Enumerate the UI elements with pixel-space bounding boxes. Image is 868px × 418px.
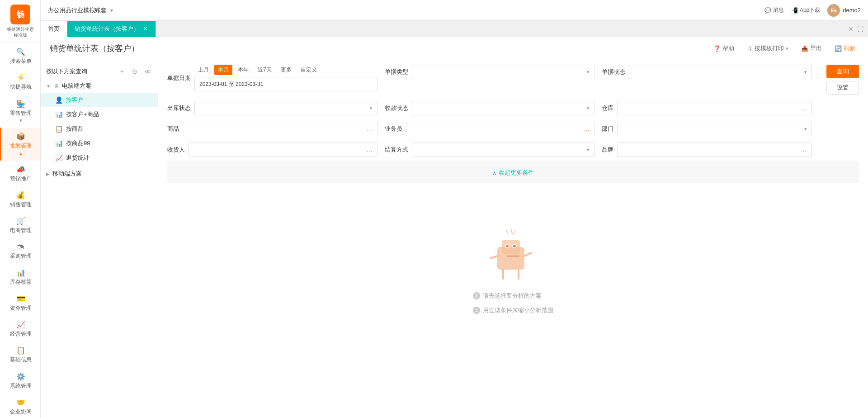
scheme-group-mobile-header[interactable]: ▶ 移动端方案 (41, 167, 158, 180)
customer-goods-icon: 📊 (55, 111, 63, 118)
print-dropdown-icon[interactable]: ▾ (786, 46, 788, 52)
salesperson-select[interactable]: … (406, 122, 595, 136)
sidebar-item-finance[interactable]: 💳 资金管理 (0, 290, 40, 316)
salesperson-label: 业务员 (385, 125, 402, 133)
order-type-select[interactable]: ▾ (412, 65, 595, 79)
sidebar-item-purchase[interactable]: 🛍 采购管理 (0, 238, 40, 264)
tab-close-window-icon[interactable]: ✕ (848, 25, 854, 33)
scheme-header: 按以下方案查询 ＋ ⊙ ≪ (41, 64, 158, 79)
marketing-icon: 📣 (16, 165, 25, 174)
brand-dots: … (801, 146, 807, 153)
scheme-item-by-customer[interactable]: 👤 按客户 (41, 93, 158, 107)
receiver-select[interactable]: … (189, 142, 377, 157)
scheme-add-button[interactable]: ＋ (117, 66, 127, 76)
sidebar-item-ops[interactable]: 📈 经营管理 (0, 316, 40, 342)
scheme-group-desktop-header[interactable]: ▼ 🖥 电脑端方案 (41, 79, 158, 93)
logo-text: 畅捷通好生意 标准版 (7, 26, 34, 38)
sidebar-item-corp[interactable]: 🤝 企业协同 (0, 394, 40, 418)
desktop-group-arrow: ▼ (46, 84, 51, 89)
department-label: 部门 (602, 125, 613, 133)
sidebar-item-search[interactable]: 🔍 搜索菜单 (0, 43, 40, 69)
account-title: 办公用品行业模拟账套 (48, 6, 107, 14)
sidebar-item-basic[interactable]: 📋 基础信息 (0, 342, 40, 367)
goods99-icon: 📊 (55, 140, 63, 147)
message-button[interactable]: 💬 消息 (764, 6, 784, 14)
receipt-status-caret: ▾ (587, 105, 590, 111)
scheme-collapse-icon[interactable]: ≪ (142, 66, 152, 76)
customer-scheme-icon: 👤 (55, 96, 63, 104)
sidebar-item-wholesale[interactable]: 📦 批发管理 ▲ (0, 128, 40, 160)
goods-filter-item: 商品 … (167, 122, 377, 136)
tab-close-icon[interactable]: ✕ (142, 26, 148, 32)
collapse-button[interactable]: ∧ 收起更多条件 (167, 165, 859, 180)
order-status-select[interactable]: ▾ (629, 65, 812, 79)
user-area[interactable]: Ea demo2 (827, 4, 861, 17)
goods-dots: … (366, 125, 373, 133)
tab-sales-stat[interactable]: 销货单统计表（按客户） ✕ (67, 21, 156, 37)
date-pill-last-month[interactable]: 上月 (194, 65, 212, 75)
goods-select[interactable]: … (183, 122, 377, 136)
goods-label: 商品 (167, 125, 179, 133)
scheme-group-desktop: ▼ 🖥 电脑端方案 👤 按客户 📊 按客户+商品 📋 按商品 (41, 79, 158, 165)
app-download-button[interactable]: 📲 App下载 (791, 6, 820, 14)
help-button[interactable]: ❓ 帮助 (710, 43, 738, 54)
page-title: 销货单统计表（按客户） (50, 43, 139, 54)
export-button[interactable]: 📤 导出 (797, 43, 826, 54)
download-icon: 📲 (791, 7, 798, 14)
right-panel: 单据日期 上月 本月 本年 近7天 更多 自定义 20 (158, 59, 868, 416)
scheme-settings-icon[interactable]: ⊙ (130, 66, 140, 76)
scheme-item-by-goods[interactable]: 📋 按商品 (41, 122, 158, 136)
wholesale-arrow: ▲ (19, 151, 23, 156)
sidebar-item-sales[interactable]: 💰 销售管理 (0, 186, 40, 212)
warehouse-select[interactable]: … (617, 101, 812, 115)
out-status-label: 出库状态 (167, 104, 191, 112)
receiver-label: 收货人 (167, 146, 185, 154)
tab-home[interactable]: 首页 (41, 21, 67, 37)
date-pill-this-month[interactable]: 本月 (214, 65, 232, 75)
scheme-group-mobile: ▶ 移动端方案 (41, 167, 158, 180)
scheme-item-return-stat[interactable]: 📈 退货统计 (41, 151, 158, 165)
sidebar-item-inventory[interactable]: 📊 库存核算 (0, 264, 40, 290)
tab-expand-icon[interactable]: ⛶ (857, 25, 863, 33)
sidebar-item-retail[interactable]: 🏪 零售管理 ▼ (0, 95, 40, 128)
date-pill-7days[interactable]: 近7天 (254, 65, 275, 75)
svg-line-11 (511, 229, 512, 233)
warehouse-label: 仓库 (602, 104, 613, 112)
date-pill-custom[interactable]: 自定义 (297, 65, 321, 75)
svg-point-4 (506, 245, 509, 247)
sidebar-item-system[interactable]: ⚙️ 系统管理 (0, 368, 40, 394)
scheme-panel-title: 按以下方案查询 (46, 67, 87, 76)
account-dropdown-icon[interactable]: ▾ (110, 7, 113, 14)
refresh-button[interactable]: 🔄 刷新 (831, 43, 859, 54)
print-button[interactable]: 🖨 按模板打印 ▾ (743, 43, 792, 54)
empty-state: ① 请先选择要分析的方案 ② 用过滤条件来缩小分析范围 (167, 190, 859, 352)
date-pill-this-year[interactable]: 本年 (234, 65, 252, 75)
settlement-filter-item: 结算方式 ▾ (385, 142, 595, 157)
brand-select[interactable]: … (617, 142, 812, 157)
sidebar-item-ecommerce[interactable]: 🛒 电商管理 (0, 212, 40, 238)
date-pill-more[interactable]: 更多 (277, 65, 295, 75)
query-button[interactable]: 查询 (826, 65, 859, 78)
settlement-select[interactable]: ▾ (412, 142, 595, 157)
system-icon: ⚙️ (16, 372, 25, 381)
sidebar: 畅 畅捷通好生意 标准版 🔍 搜索菜单 ⚡ 快捷导航 🏪 零售管理 ▼ 📦 批发… (0, 0, 41, 418)
sidebar-item-marketing[interactable]: 📣 营销推广 (0, 161, 40, 186)
header-right: 💬 消息 📲 App下载 Ea demo2 (764, 4, 861, 17)
page-header: 销货单统计表（按客户） ❓ 帮助 🖨 按模板打印 ▾ 📤 导出 🔄 刷新 (41, 37, 868, 59)
out-status-select[interactable]: ▾ (194, 101, 377, 115)
mobile-group-name: 移动端方案 (52, 170, 82, 178)
scheme-item-customer-goods[interactable]: 📊 按客户+商品 (41, 107, 158, 122)
sidebar-item-quick-nav[interactable]: ⚡ 快捷导航 (0, 69, 40, 95)
page-actions: ❓ 帮助 🖨 按模板打印 ▾ 📤 导出 🔄 刷新 (710, 43, 859, 54)
settings-button[interactable]: 设置 (826, 81, 859, 95)
order-type-label: 单据类型 (385, 68, 408, 76)
out-status-caret: ▾ (370, 105, 373, 111)
date-range-display[interactable]: 2023-03-01 至 2023-03-31 (194, 77, 377, 91)
export-icon: 📤 (801, 45, 808, 52)
receipt-status-select[interactable]: ▾ (412, 101, 595, 115)
scheme-item-by-goods99[interactable]: 📊 按商品99 (41, 136, 158, 151)
sales-icon: 💰 (16, 191, 25, 200)
user-name: demo2 (843, 7, 861, 14)
department-select[interactable]: ▾ (617, 122, 812, 136)
avatar: Ea (827, 4, 840, 17)
